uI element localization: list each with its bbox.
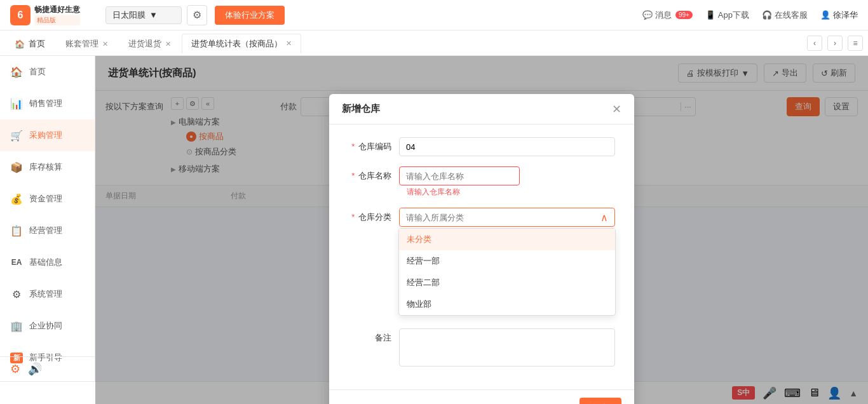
user-item[interactable]: 👤 徐泽华: [820, 10, 858, 21]
classify-dropdown: 未分类 经营一部 经营二部 物业部: [398, 228, 616, 316]
username-label: 徐泽华: [833, 10, 858, 21]
dialog-body: * 仓库编码 * 仓库名称: [329, 125, 634, 389]
dialog-header: 新增仓库 ✕: [329, 94, 634, 125]
tab-accounts-close[interactable]: ✕: [102, 40, 108, 48]
online-service-item[interactable]: 🎧 在线客服: [762, 10, 808, 21]
dialog-footer: 保存: [329, 389, 634, 404]
classify-toggle-button[interactable]: ∧: [594, 208, 614, 226]
home-icon: 🏠: [15, 39, 25, 49]
name-error-msg: 请输入仓库名称: [407, 187, 460, 196]
sidebar-item-purchase[interactable]: 🛒 采购管理: [0, 119, 95, 151]
sidebar-item-finance[interactable]: 💰 资金管理: [0, 183, 95, 215]
code-input[interactable]: [399, 137, 615, 156]
sidebar-item-operations[interactable]: 📋 经营管理: [0, 215, 95, 246]
tab-purchase-stat-label: 进货单统计表（按商品）: [191, 38, 282, 50]
tab-bar-right: ‹ › ≡: [807, 36, 863, 51]
main-layout: 🏠 首页 📊 销售管理 🛒 采购管理 📦 库存核算 💰 资金管理 📋 经营管理 …: [0, 56, 868, 404]
headset-icon: 🎧: [762, 10, 772, 20]
tab-next-button[interactable]: ›: [827, 36, 843, 51]
code-label: * 仓库编码: [348, 137, 399, 156]
trial-button[interactable]: 体验行业方案: [215, 6, 285, 25]
settings-bottom-icon[interactable]: ⚙: [10, 362, 20, 376]
tab-bar: 🏠 首页 账套管理 ✕ 进货退货 ✕ 进货单统计表（按商品） ✕ ‹ › ≡: [0, 30, 868, 56]
inventory-icon: 📦: [10, 161, 23, 173]
operations-icon: 📋: [10, 225, 23, 237]
classify-row: * 仓库分类 ∧ 未分类 经营一部 经营二部: [348, 208, 615, 227]
logo-area: 6 畅捷通好生意 精品版: [10, 4, 105, 25]
brand-text: 畅捷通好生意 精品版: [34, 4, 80, 25]
sidebar-item-sales[interactable]: 📊 销售管理: [0, 88, 95, 119]
classify-wrapper: ∧ 未分类 经营一部 经营二部 物业部: [399, 208, 615, 227]
finance-icon: 💰: [10, 193, 23, 205]
name-label: * 仓库名称: [348, 166, 399, 185]
save-button[interactable]: 保存: [580, 398, 621, 404]
header-right: 💬 消息 99+ 📱 App下载 🎧 在线客服 👤 徐泽华: [642, 10, 858, 21]
sales-icon: 📊: [10, 98, 23, 110]
enterprise-icon: 🏢: [10, 320, 23, 332]
home-sidebar-icon: 🏠: [10, 66, 23, 78]
system-icon: ⚙: [10, 288, 23, 300]
message-icon: 💬: [642, 10, 653, 20]
sidebar-bottom: ⚙ 🔊: [0, 356, 95, 381]
notes-row: 备注: [348, 328, 615, 367]
classify-input-row: ∧: [399, 208, 615, 227]
sidebar-item-system[interactable]: ⚙ 系统管理: [0, 278, 95, 310]
messages-item[interactable]: 💬 消息 99+: [642, 10, 693, 21]
dropdown-item-0[interactable]: 未分类: [399, 229, 615, 250]
tab-purchase-return[interactable]: 进货退货 ✕: [119, 34, 180, 54]
notes-label: 备注: [348, 328, 399, 347]
chevron-down-icon: ▼: [149, 10, 158, 20]
classify-label: * 仓库分类: [348, 208, 399, 227]
sidebar-item-enterprise[interactable]: 🏢 企业协同: [0, 310, 95, 342]
top-header: 6 畅捷通好生意 精品版 日太阳膜 ▼ ⚙ 体验行业方案 💬 消息 99+ 📱 …: [0, 0, 868, 30]
content-area: 进货单统计(按商品) 🖨 按模板打印 ▼ ↗ 导出 ↺ 刷新 按以下方案查询: [95, 56, 868, 404]
dialog-close-button[interactable]: ✕: [612, 104, 621, 115]
settings-button[interactable]: ⚙: [187, 5, 207, 25]
tab-home[interactable]: 🏠 首页: [5, 34, 55, 54]
app-logo-icon: 6: [10, 5, 31, 25]
dropdown-item-1[interactable]: 经营一部: [399, 250, 615, 272]
tab-purchase-return-label: 进货退货: [128, 38, 161, 50]
user-icon: 👤: [820, 10, 831, 20]
phone-icon: 📱: [705, 10, 715, 20]
tab-accounts[interactable]: 账套管理 ✕: [56, 34, 118, 54]
notes-textarea[interactable]: [399, 328, 615, 367]
tab-purchase-stat-close[interactable]: ✕: [286, 39, 292, 48]
store-selector[interactable]: 日太阳膜 ▼: [105, 6, 182, 24]
store-name: 日太阳膜: [112, 10, 146, 21]
new-warehouse-dialog: 新增仓库 ✕ * 仓库编码: [329, 94, 634, 404]
sidebar: 🏠 首页 📊 销售管理 🛒 采购管理 📦 库存核算 💰 资金管理 📋 经营管理 …: [0, 56, 95, 404]
classify-input[interactable]: [400, 208, 594, 226]
modal-overlay: 新增仓库 ✕ * 仓库编码: [95, 56, 868, 404]
name-row: * 仓库名称 请输入仓库名称: [348, 166, 615, 198]
dropdown-item-3[interactable]: 物业部: [399, 293, 615, 315]
message-badge: 99+: [675, 11, 693, 19]
basic-icon: EA: [10, 258, 23, 267]
dropdown-item-2[interactable]: 经营二部: [399, 272, 615, 293]
gear-icon: ⚙: [193, 9, 201, 21]
tab-purchase-return-close[interactable]: ✕: [165, 40, 171, 48]
app-download-item[interactable]: 📱 App下载: [705, 10, 749, 21]
purchase-icon: 🛒: [10, 130, 23, 142]
name-input[interactable]: [399, 166, 520, 185]
sidebar-item-home[interactable]: 🏠 首页: [0, 56, 95, 88]
sidebar-item-basic[interactable]: EA 基础信息: [0, 246, 95, 278]
sidebar-item-inventory[interactable]: 📦 库存核算: [0, 151, 95, 183]
tab-accounts-label: 账套管理: [65, 38, 98, 50]
code-row: * 仓库编码: [348, 137, 615, 156]
tab-menu-button[interactable]: ≡: [848, 36, 863, 51]
tab-purchase-stat[interactable]: 进货单统计表（按商品） ✕: [182, 34, 301, 54]
tab-home-label: 首页: [29, 38, 45, 50]
dialog-title: 新增仓库: [342, 103, 380, 115]
tab-prev-button[interactable]: ‹: [807, 36, 822, 51]
speaker-icon[interactable]: 🔊: [28, 362, 42, 376]
